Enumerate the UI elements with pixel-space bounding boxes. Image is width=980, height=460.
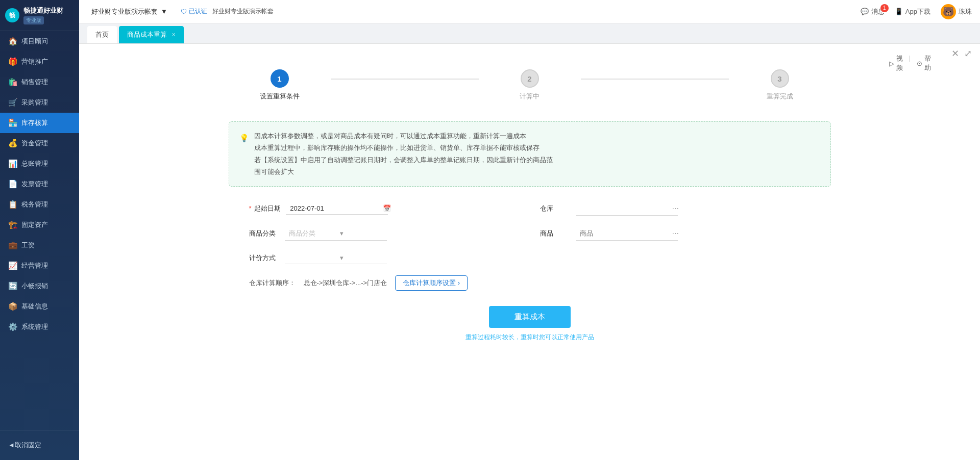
sidebar-item-project[interactable]: 🏠 项目顾问 [0,31,79,52]
account-selector[interactable]: 好业财专业版演示帐套 ▼ [87,5,172,18]
step-1-circle: 1 [271,69,289,88]
topbar-right: 💬 消息 1 📱 App下载 🐻 珠珠 [861,4,972,19]
sidebar-item-accounting[interactable]: 📊 总账管理 [0,154,79,174]
info-content: 因成本计算参数调整，或是对商品成本有疑问时，可以通过成本重算功能，重新计算一遍成… [254,130,553,178]
product-field: 商品 ··· [540,227,811,241]
category-chevron-icon: ▾ [337,229,387,237]
form-section: * 起始日期 📅 仓库 ··· [229,202,831,342]
app-download-button[interactable]: 📱 App下载 [895,7,930,16]
project-icon: 🏠 [8,37,17,46]
pricing-label: 计价方式 [249,253,280,263]
category-select[interactable]: 商品分类 ▾ [285,227,387,241]
message-icon: 💬 [861,8,869,15]
warehouse-label: 仓库 [540,204,571,213]
step-line-2 [581,79,729,80]
sidebar-item-fixed-assets[interactable]: 🏗️ 固定资产 [0,215,79,235]
user-profile-button[interactable]: 🐻 珠珠 [941,4,972,19]
warehouse-field: 仓库 ··· [540,202,811,216]
invoice-icon: 📄 [8,180,17,189]
tab-cost-recalc[interactable]: 商品成本重算 × [119,26,184,43]
tab-home[interactable]: 首页 [87,26,117,43]
calc-order-row: 仓库计算顺序： 总仓->深圳仓库->...->门店仓 仓库计算顺序设置 › [249,275,811,291]
submit-area: 重算成本 重算过程耗时较长，重算时您可以正常使用产品 [249,306,811,342]
close-window-button[interactable]: ✕ [951,49,959,58]
sales-icon: 🛍️ [8,78,17,87]
sidebar-item-purchase[interactable]: 🛒 采购管理 [0,92,79,113]
tax-icon: 📋 [8,200,17,209]
calc-order-settings-button[interactable]: 仓库计算顺序设置 › [395,275,468,291]
info-icon: 💡 [239,131,249,178]
dropdown-icon: ▼ [161,8,167,15]
pricing-chevron-icon: ▾ [337,254,387,262]
form-row-2: 商品分类 商品分类 ▾ 商品 ··· [249,227,811,241]
stepper: 1 设置重算条件 2 计算中 3 重算完成 [229,59,831,106]
video-link[interactable]: ▷ 视频 [889,54,903,72]
start-date-label: * 起始日期 [249,204,281,213]
category-field: 商品分类 商品分类 ▾ [249,227,520,241]
info-box: 💡 因成本计算参数调整，或是对商品成本有疑问时，可以通过成本重算功能，重新计算一… [229,121,831,187]
sidebar-item-operation[interactable]: 📈 经营管理 [0,255,79,276]
sidebar-logo: 畅 畅捷通好业财 专业版 [0,0,79,31]
product-more-icon[interactable]: ··· [672,229,679,238]
start-date-input-wrapper[interactable]: 📅 [286,202,388,215]
warehouse-input[interactable] [576,205,670,212]
content-inner: 1 设置重算条件 2 计算中 3 重算完成 [198,44,862,357]
pricing-select[interactable]: ▾ [285,252,387,264]
shield-icon: 🛡 [181,8,187,15]
product-input[interactable] [576,229,670,237]
system-icon: ⚙️ [8,322,17,331]
calc-order-label: 仓库计算顺序： [249,278,296,288]
warehouse-input-wrapper[interactable]: ··· [576,202,678,216]
logo-icon: 畅 [5,8,19,22]
finance-icon: 💰 [8,139,17,148]
step-3-circle: 3 [771,69,789,88]
required-star: * [249,205,252,212]
topbar: 好业财专业版演示帐套 ▼ 🛡 已认证 好业财专业版演示帐套 💬 消息 1 📱 A… [79,0,980,23]
warehouse-more-icon[interactable]: ··· [672,204,679,213]
play-icon: ▷ [889,60,894,67]
submit-button[interactable]: 重算成本 [489,306,571,328]
help-link[interactable]: ⊙ 帮助 [917,54,931,72]
fixed-assets-icon: 🏗️ [8,220,17,229]
sidebar-item-sales[interactable]: 🛍️ 销售管理 [0,72,79,92]
sidebar: 畅 畅捷通好业财 专业版 🏠 项目顾问 🎁 营销推广 🛍️ 销售管理 🛒 采购管… [0,0,79,460]
user-avatar: 🐻 [941,4,956,19]
main-area: 好业财专业版演示帐套 ▼ 🛡 已认证 好业财专业版演示帐套 💬 消息 1 📱 A… [79,0,980,460]
window-controls: ▷ 视频 | ⊙ 帮助 ✕ ⤢ [951,49,972,58]
unpin-button[interactable]: ◄取消固定 [0,436,79,455]
sidebar-item-system[interactable]: ⚙️ 系统管理 [0,317,79,337]
step-1-label: 设置重算条件 [260,92,300,101]
form-row-3: 计价方式 ▾ [249,252,811,264]
calc-order-value: 总仓->深圳仓库->...->门店仓 [304,278,387,288]
operation-icon: 📈 [8,261,17,270]
expense-icon: 🔄 [8,282,17,291]
tab-close-button[interactable]: × [172,31,176,38]
sidebar-item-invoice[interactable]: 📄 发票管理 [0,174,79,194]
product-input-wrapper[interactable]: ··· [576,227,678,241]
calendar-icon[interactable]: 📅 [380,205,394,212]
submit-note: 重算过程耗时较长，重算时您可以正常使用产品 [249,333,811,342]
sidebar-item-payroll[interactable]: 💼 工资 [0,235,79,255]
expand-window-button[interactable]: ⤢ [964,49,972,58]
verified-badge: 🛡 已认证 [181,7,207,16]
sidebar-item-basic[interactable]: 📦 基础信息 [0,296,79,317]
step-line-1 [331,79,479,80]
marketing-icon: 🎁 [8,57,17,66]
tabbar: 首页 商品成本重算 × [79,23,980,44]
edition-badge: 专业版 [23,16,44,24]
account-display-text: 好业财专业版演示帐套 [212,7,274,16]
start-date-input[interactable] [286,205,380,212]
sidebar-item-finance[interactable]: 💰 资金管理 [0,133,79,154]
basic-icon: 📦 [8,302,17,311]
start-date-field: * 起始日期 📅 [249,202,520,215]
product-label: 商品 [540,229,571,238]
step-2: 2 计算中 [479,69,581,101]
message-button[interactable]: 💬 消息 1 [861,7,885,16]
sidebar-item-inventory[interactable]: 🏪 库存核算 [0,113,79,133]
sidebar-item-marketing[interactable]: 🎁 营销推广 [0,52,79,72]
notification-badge: 1 [880,4,889,12]
sidebar-item-tax[interactable]: 📋 税务管理 [0,194,79,215]
step-1: 1 设置重算条件 [229,69,331,101]
category-label: 商品分类 [249,229,280,238]
sidebar-item-expense[interactable]: 🔄 小畅报销 [0,276,79,296]
